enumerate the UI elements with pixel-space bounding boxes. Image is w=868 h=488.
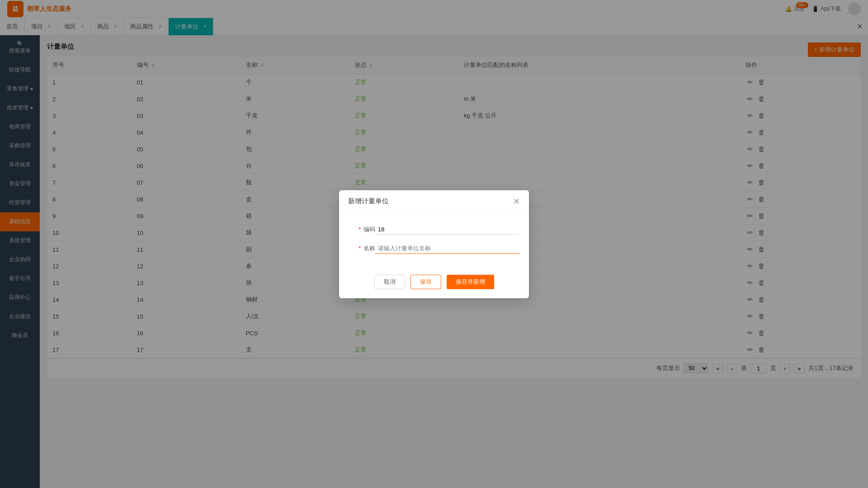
cancel-button[interactable]: 取消 xyxy=(374,275,405,289)
modal-overlay[interactable]: 新增计量单位 ✕ * 编码 * 名称 取消 保存 保存并新增 xyxy=(0,0,868,488)
code-label-text: 编码 xyxy=(363,226,375,233)
modal-add-unit: 新增计量单位 ✕ * 编码 * 名称 取消 保存 保存并新增 xyxy=(339,190,529,298)
name-input[interactable] xyxy=(375,243,520,254)
code-label: * 编码 xyxy=(348,225,375,234)
name-label-text: 名称 xyxy=(363,245,375,252)
save-button[interactable]: 保存 xyxy=(410,275,441,289)
code-input[interactable] xyxy=(375,224,520,235)
modal-body: * 编码 * 名称 xyxy=(339,213,529,269)
form-row-code: * 编码 xyxy=(348,224,520,235)
modal-close-button[interactable]: ✕ xyxy=(513,197,520,206)
modal-title: 新增计量单位 xyxy=(348,197,389,206)
form-row-name: * 名称 xyxy=(348,243,520,254)
name-required-mark: * xyxy=(359,245,361,252)
save-and-new-button[interactable]: 保存并新增 xyxy=(447,275,494,289)
code-required-mark: * xyxy=(359,226,361,233)
name-label: * 名称 xyxy=(348,244,375,253)
modal-header: 新增计量单位 ✕ xyxy=(339,190,529,213)
modal-footer: 取消 保存 保存并新增 xyxy=(339,269,529,298)
